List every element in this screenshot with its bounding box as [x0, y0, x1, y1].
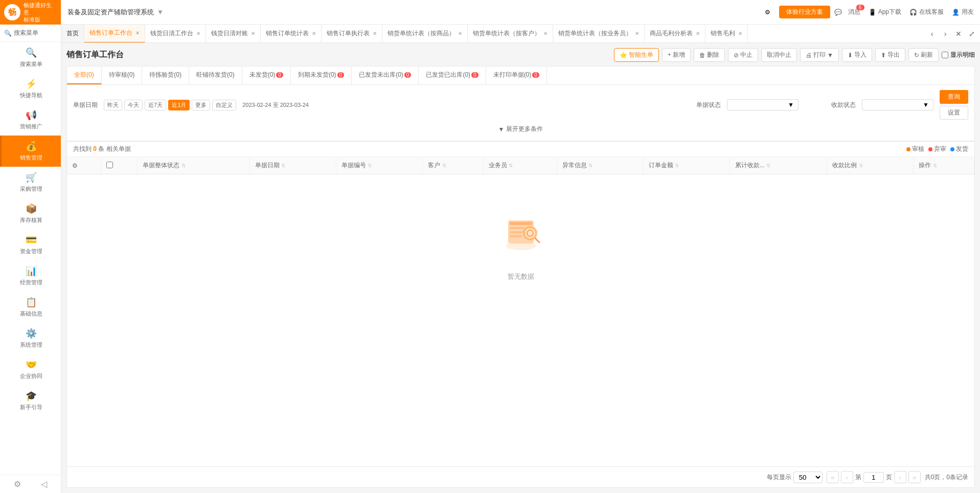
sort-icon-date[interactable]: ⇅: [281, 163, 285, 168]
smart-create-btn[interactable]: ⭐ 智能生单: [614, 48, 659, 62]
filter-tab-overdue-not-shipped[interactable]: 到期未发货(0)0: [291, 66, 352, 84]
date-btn-today[interactable]: 今天: [124, 100, 143, 110]
tab-expand-btn[interactable]: ⤢: [966, 28, 978, 40]
filter-tab-not-shipped[interactable]: 未发货(0)0: [242, 66, 291, 84]
sidebar-item-marketing[interactable]: 📢营销推广: [0, 104, 61, 136]
expand-more-btn[interactable]: ▼ 展开更多条件: [498, 125, 543, 133]
date-btn-7days[interactable]: 近7天: [145, 100, 166, 110]
filter-tab-shipped-out[interactable]: 已发货已出库(0)0: [419, 66, 486, 84]
filter-tab-pending-check[interactable]: 待拣验货(0): [142, 66, 189, 84]
batch-action-anti-review[interactable]: 弃审: [928, 145, 946, 153]
sidebar-item-inventory[interactable]: 📦库存核算: [0, 198, 61, 229]
page-input[interactable]: [863, 472, 884, 483]
tab-sales-stats[interactable]: 销售订单统计表✕: [261, 25, 322, 43]
delete-btn[interactable]: 🗑 删除: [694, 48, 725, 62]
date-btn-yesterday[interactable]: 昨天: [104, 100, 122, 110]
tab-close-sales-summary-customer[interactable]: ✕: [543, 31, 548, 36]
app-download-action[interactable]: 📱 App下载: [869, 8, 901, 16]
tab-prev-btn[interactable]: ‹: [926, 28, 938, 40]
import-btn[interactable]: ⬇ 导入: [842, 48, 872, 62]
tab-close-sales-profit[interactable]: ✕: [738, 31, 742, 36]
show-detail-input[interactable]: [942, 52, 948, 58]
next-page-btn[interactable]: ›: [894, 471, 906, 483]
sort-icon-operation[interactable]: ⇅: [933, 163, 937, 168]
prev-page-btn[interactable]: ‹: [841, 471, 853, 483]
add-btn[interactable]: + 新增: [662, 48, 691, 62]
payment-status-select[interactable]: ▼: [862, 99, 933, 110]
date-btn-custom[interactable]: 自定义: [212, 100, 236, 110]
col-header-checkbox[interactable]: [101, 157, 138, 174]
cancel-stop-btn[interactable]: 取消中止: [761, 48, 797, 62]
refresh-btn[interactable]: ↻ 刷新: [908, 48, 939, 62]
sidebar-item-purchase[interactable]: 🛒采购管理: [0, 167, 61, 198]
tab-close-sales-summary-product[interactable]: ✕: [458, 31, 462, 36]
sidebar-search[interactable]: 🔍 搜索菜单: [0, 25, 61, 42]
sort-icon-number[interactable]: ⇅: [368, 163, 372, 168]
sidebar-item-basic[interactable]: 📋基础信息: [0, 292, 61, 323]
print-btn[interactable]: 🖨 打印 ▼: [800, 48, 839, 62]
sidebar-item-shortcut[interactable]: ⚡快捷导航: [0, 73, 61, 104]
tab-sales-order[interactable]: 销售订单工作台✕: [84, 25, 145, 43]
filter-tab-shipped-not-out[interactable]: 已发货未出库(0)0: [352, 66, 419, 84]
tab-close-sales-exec[interactable]: ✕: [373, 31, 377, 36]
sidebar-item-enterprise[interactable]: 🤝企业协同: [0, 354, 61, 385]
sidebar-item-operations[interactable]: 📊经营管理: [0, 260, 61, 292]
trial-btn[interactable]: 体验行业方案: [779, 6, 830, 18]
tab-close-all-btn[interactable]: ✕: [952, 28, 965, 40]
filter-tab-not-printed[interactable]: 未打印单据(0)0: [486, 66, 547, 84]
collapse-icon[interactable]: ◁: [41, 479, 47, 489]
online-service-action[interactable]: 🎧 在线客服: [909, 8, 944, 16]
stop-btn[interactable]: ⊘ 中止: [728, 48, 758, 62]
settings-btn[interactable]: 设置: [940, 106, 968, 120]
sort-icon-ratio[interactable]: ⇅: [859, 163, 863, 168]
tab-close-cash-daily[interactable]: ✕: [196, 31, 200, 36]
sort-icon-staff[interactable]: ⇅: [509, 163, 513, 168]
tab-cash-daily[interactable]: 钱货日清工作台✕: [145, 25, 206, 43]
tab-gross-margin[interactable]: 商品毛利分析表✕: [645, 25, 705, 43]
tab-close-sales-stats[interactable]: ✕: [312, 31, 316, 36]
tab-cash-reconcile[interactable]: 钱货日清对账✕: [206, 25, 261, 43]
sort-icon-status[interactable]: ⇅: [181, 163, 186, 168]
tab-sales-summary-product[interactable]: 销货单统计表（按商品）✕: [382, 25, 468, 43]
sort-icon-collected[interactable]: ⇅: [766, 163, 770, 168]
tab-sales-summary-customer[interactable]: 销货单统计表（按客户）✕: [468, 25, 553, 43]
tab-sales-profit[interactable]: 销售毛利✕: [705, 25, 748, 43]
last-page-btn[interactable]: »: [908, 471, 921, 483]
sidebar-item-system[interactable]: ⚙️系统管理: [0, 323, 61, 354]
sidebar-item-sales[interactable]: 💰销售管理: [0, 136, 61, 167]
batch-action-review[interactable]: 审核: [906, 145, 924, 153]
tab-close-cash-reconcile[interactable]: ✕: [251, 31, 255, 36]
user-action[interactable]: 👤 用友: [952, 8, 974, 16]
message-action[interactable]: 💬 6 消息: [834, 8, 860, 16]
doc-status-select[interactable]: ▼: [727, 99, 799, 110]
select-all-checkbox[interactable]: [106, 162, 113, 168]
tab-sales-exec[interactable]: 销售订单执行表✕: [322, 25, 382, 43]
filter-tab-pending-review[interactable]: 待审核(0): [102, 66, 143, 84]
export-btn[interactable]: ⬆ 导出: [875, 48, 905, 62]
per-page-select[interactable]: 50 10 20 100: [793, 472, 823, 483]
batch-action-ship[interactable]: 发货: [950, 145, 968, 153]
sidebar-item-search[interactable]: 🔍搜索菜单: [0, 42, 61, 73]
sort-icon-amount[interactable]: ⇅: [675, 163, 679, 168]
date-btn-1month[interactable]: 近1月: [168, 100, 190, 110]
sidebar-item-finance[interactable]: 💳资金管理: [0, 229, 61, 260]
tab-close-sales-summary-staff[interactable]: ✕: [635, 31, 639, 36]
system-name-dropdown-icon[interactable]: ▼: [157, 8, 164, 16]
header-gear-button[interactable]: ⚙: [761, 5, 775, 19]
table-scroll[interactable]: ⚙单据整体状态 ⇅单据日期 ⇅单据编号 ⇅客户 ⇅业务员 ⇅异常信息 ⇅订单金额…: [67, 157, 974, 466]
settings-bottom-icon[interactable]: ⚙: [14, 479, 21, 489]
tab-next-btn[interactable]: ›: [939, 28, 951, 40]
tab-sales-summary-staff[interactable]: 销货单统计表（按业务员）✕: [553, 25, 645, 43]
query-btn[interactable]: 查询: [940, 90, 968, 104]
tab-home[interactable]: 首页: [61, 25, 84, 43]
first-page-btn[interactable]: «: [827, 471, 839, 483]
filter-tab-wangpu-pending[interactable]: 旺铺待发货(0): [189, 66, 242, 84]
col-header-settings[interactable]: ⚙: [67, 157, 101, 174]
date-btn-more[interactable]: 更多: [192, 100, 210, 110]
tab-close-sales-order[interactable]: ✕: [135, 30, 140, 36]
col-settings-icon[interactable]: ⚙: [72, 162, 78, 169]
sidebar-item-guide[interactable]: 🎓新手引导: [0, 385, 61, 416]
filter-tab-all[interactable]: 全部(0): [67, 66, 102, 84]
sort-icon-exception[interactable]: ⇅: [588, 163, 592, 168]
tab-close-gross-margin[interactable]: ✕: [696, 31, 700, 36]
